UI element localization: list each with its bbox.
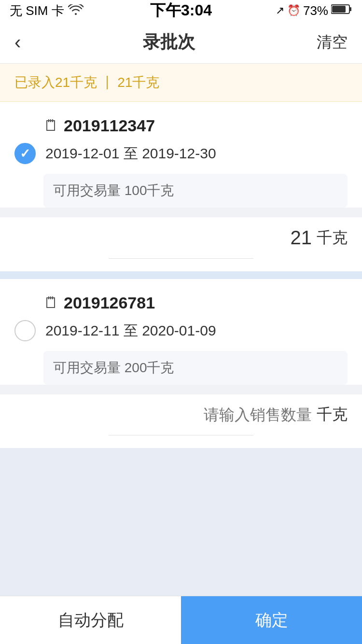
recorded-amount-label: 已录入21千克 [14, 73, 97, 92]
batch1-amount-unit: 千克 [317, 227, 348, 249]
section-divider [0, 271, 362, 279]
svg-rect-1 [349, 7, 351, 11]
batch1-amount-row: 21 千克 [0, 217, 362, 258]
svg-rect-2 [332, 6, 346, 13]
status-bar: 无 SIM 卡 下午3:04 ↗ ⏰ 73% [0, 0, 362, 21]
batch2-id-row: 🗒 2019126781 [14, 294, 348, 312]
batch2-id: 2019126781 [64, 294, 155, 312]
batch1-id: 2019112347 [64, 116, 155, 135]
batch-card-1: 🗒 2019112347 ✓ 2019-12-01 至 2019-12-30 可… [0, 102, 362, 208]
clear-button[interactable]: 清空 [317, 32, 348, 53]
battery-percent: 73% [303, 3, 328, 18]
batch1-check-icon: ✓ [20, 146, 30, 161]
recorded-amount-value: 21千克 [117, 73, 159, 92]
batch2-divider [109, 435, 253, 435]
batch2-radio[interactable] [14, 320, 36, 341]
info-banner: 已录入21千克 21千克 [0, 64, 362, 102]
batch1-divider [109, 258, 253, 259]
bottom-bar: 自动分配 确定 [0, 596, 362, 644]
no-sim-text: 无 SIM 卡 [10, 2, 64, 19]
batch2-available-qty: 可用交易量 200千克 [43, 351, 348, 385]
page-title: 录批次 [143, 30, 195, 54]
nav-bar: ‹ 录批次 清空 [0, 21, 362, 64]
batch1-date-row[interactable]: ✓ 2019-12-01 至 2019-12-30 [14, 143, 348, 164]
back-button[interactable]: ‹ [14, 31, 21, 53]
status-time: 下午3:04 [150, 0, 212, 21]
batch2-date: 2019-12-11 至 2020-01-09 [45, 321, 216, 341]
batch1-doc-icon: 🗒 [43, 117, 59, 135]
batch2-input-wrapper: 千克 [0, 394, 362, 448]
batch2-input-row: 千克 [0, 394, 362, 435]
batch1-amount-value: 21 [291, 227, 312, 249]
batch1-amount-wrapper: 21 千克 [0, 217, 362, 271]
batch1-id-row: 🗒 2019112347 [14, 116, 348, 135]
battery-icon [331, 4, 352, 17]
batch1-date: 2019-12-01 至 2019-12-30 [45, 144, 216, 164]
wifi-icon [68, 3, 84, 18]
confirm-button[interactable]: 确定 [181, 596, 362, 644]
batch2-doc-icon: 🗒 [43, 294, 59, 312]
batch1-available-text: 可用交易量 100千克 [53, 183, 174, 198]
info-divider [107, 76, 108, 89]
batch2-qty-input[interactable] [167, 406, 312, 424]
auto-distribute-button[interactable]: 自动分配 [0, 596, 181, 644]
batch2-date-row[interactable]: 2019-12-11 至 2020-01-09 [14, 320, 348, 341]
batch-card-2: 🗒 2019126781 2019-12-11 至 2020-01-09 可用交… [0, 279, 362, 385]
batch1-available-qty: 可用交易量 100千克 [43, 174, 348, 208]
alarm-icon: ⏰ [287, 4, 300, 17]
batch2-unit: 千克 [317, 404, 348, 425]
batch2-divider-wrapper [0, 435, 362, 440]
location-icon: ↗ [276, 4, 284, 17]
batch1-radio[interactable]: ✓ [14, 143, 36, 164]
status-left: 无 SIM 卡 [10, 2, 84, 19]
batch2-available-text: 可用交易量 200千克 [53, 360, 174, 375]
status-right: ↗ ⏰ 73% [276, 3, 352, 18]
